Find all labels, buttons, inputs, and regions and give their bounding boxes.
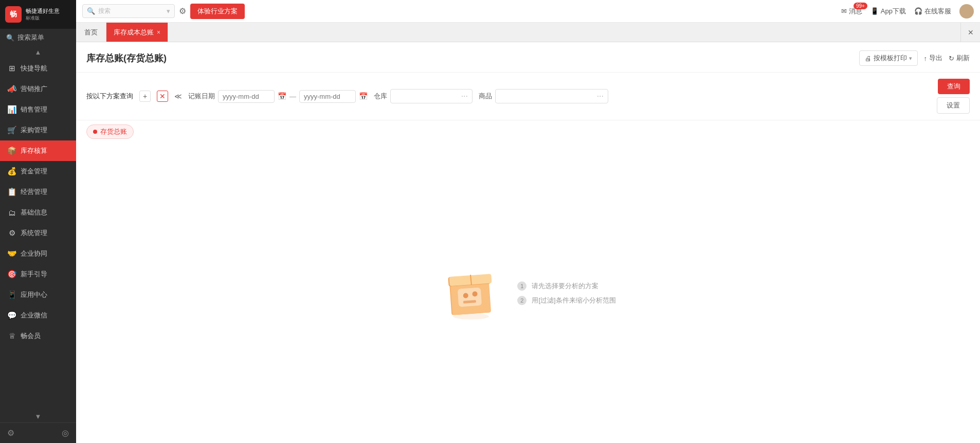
sidebar-item-wechat[interactable]: 💬 企业微信 xyxy=(0,305,76,326)
finance-icon: 💰 xyxy=(7,167,16,176)
goods-select[interactable]: ··· xyxy=(495,89,608,103)
date-end-calendar-icon[interactable]: 📅 xyxy=(359,92,368,100)
sidebar-item-finance[interactable]: 💰 资金管理 xyxy=(0,161,76,182)
member-icon: ♕ xyxy=(7,331,16,341)
sidebar-item-operation[interactable]: 📋 经营管理 xyxy=(0,182,76,202)
print-dropdown-icon: ▾ xyxy=(909,55,912,62)
export-label: 导出 xyxy=(929,54,942,63)
sidebar-item-marketing[interactable]: 📣 营销推广 xyxy=(0,79,76,99)
operation-icon: 📋 xyxy=(7,187,16,197)
marketing-icon: 📣 xyxy=(7,84,16,94)
date-start-calendar-icon[interactable]: 📅 xyxy=(278,92,286,100)
sidebar-item-enterprise[interactable]: 🤝 企业协同 xyxy=(0,243,76,264)
box-wrapper xyxy=(440,262,502,324)
scheme-tag[interactable]: 存货总账 xyxy=(86,125,134,139)
tab-inventory-ledger[interactable]: 库存成本总账 × xyxy=(106,23,168,42)
topbar-search-box[interactable]: 🔍 搜索 ▾ xyxy=(82,4,175,18)
system-icon: ⚙ xyxy=(7,228,16,238)
refresh-btn[interactable]: ↻ 刷新 xyxy=(949,54,970,63)
hint-2-text: 用[过滤]条件来缩小分析范围 xyxy=(532,296,615,305)
sidebar-item-member[interactable]: ♕ 畅会员 xyxy=(0,326,76,346)
newbie-icon: 🎯 xyxy=(7,270,16,279)
empty-hints: 1 请先选择要分析的方案 2 用[过滤]条件来缩小分析范围 xyxy=(517,281,615,305)
print-btn[interactable]: 🖨 按模板打印 ▾ xyxy=(859,50,918,66)
sidebar-item-newbie[interactable]: 🎯 新手引导 xyxy=(0,264,76,285)
topbar: 🔍 搜索 ▾ ⚙ 体验行业方案 ✉ 消息 99+ 📱 App下载 🎧 在线客服 xyxy=(76,0,980,23)
sidebar-item-basic-info[interactable]: 🗂 基础信息 xyxy=(0,202,76,223)
refresh-label: 刷新 xyxy=(956,54,970,63)
settings-icon[interactable]: ⚙ xyxy=(7,428,14,438)
wechat-label: 企业微信 xyxy=(21,311,47,320)
filter-add-btn[interactable]: + xyxy=(139,91,151,102)
scroll-up-btn[interactable]: ▲ xyxy=(0,46,76,58)
online-service-btn[interactable]: 🎧 在线客服 xyxy=(914,7,951,16)
user-avatar[interactable] xyxy=(959,4,974,19)
hint-1: 1 请先选择要分析的方案 xyxy=(517,281,615,291)
sidebar-item-app-center[interactable]: 📱 应用中心 xyxy=(0,285,76,305)
refresh-icon: ↻ xyxy=(949,55,954,62)
goods-field: 商品 ··· xyxy=(479,89,608,103)
scheme-dot xyxy=(93,130,97,134)
goods-more-icon[interactable]: ··· xyxy=(597,92,604,101)
app-badge: 标准版 xyxy=(26,15,60,22)
export-btn[interactable]: ↑ 导出 xyxy=(924,54,943,63)
sidebar-item-inventory[interactable]: 📦 库存核算 xyxy=(0,140,76,161)
quick-nav-label: 快捷导航 xyxy=(21,64,47,73)
purchase-icon: 🛒 xyxy=(7,126,16,135)
action-btns: 查询 设置 xyxy=(937,79,970,114)
tabbar: 首页 库存成本总账 × ✕ xyxy=(76,23,980,42)
message-btn[interactable]: ✉ 消息 99+ xyxy=(841,7,862,16)
tab-close-all-btn[interactable]: ✕ xyxy=(960,23,980,42)
print-label: 按模板打印 xyxy=(874,54,907,63)
wechat-icon: 💬 xyxy=(7,311,16,320)
newbie-label: 新手引导 xyxy=(21,270,47,279)
app-download-btn[interactable]: 📱 App下载 xyxy=(870,7,906,16)
filter-del-btn[interactable]: ✕ xyxy=(157,91,168,102)
scroll-down-btn[interactable]: ▼ xyxy=(0,411,76,422)
date-separator: — xyxy=(289,93,296,100)
topbar-search-icon: 🔍 xyxy=(87,7,95,15)
sidebar-item-system[interactable]: ⚙ 系统管理 xyxy=(0,223,76,243)
warehouse-field: 仓库 ··· xyxy=(374,89,473,103)
hint-2: 2 用[过滤]条件来缩小分析范围 xyxy=(517,296,615,305)
enterprise-label: 企业协同 xyxy=(21,249,47,258)
topbar-gear-icon[interactable]: ⚙ xyxy=(179,6,186,16)
settings-btn[interactable]: 设置 xyxy=(937,97,970,114)
warehouse-select[interactable]: ··· xyxy=(390,89,473,103)
filter-collapse-btn[interactable]: ≪ xyxy=(174,92,182,100)
active-tab-label: 库存成本总账 xyxy=(114,28,154,37)
date-end-input[interactable] xyxy=(299,90,356,103)
topbar-dropdown-icon: ▾ xyxy=(167,7,170,15)
industry-btn[interactable]: 体验行业方案 xyxy=(190,4,245,19)
svg-rect-6 xyxy=(458,287,482,307)
logo-text-block: 畅捷通好生意 标准版 xyxy=(26,7,60,21)
logo-area: 畅 畅捷通好生意 标准版 xyxy=(0,0,76,29)
tab-home[interactable]: 首页 xyxy=(76,23,106,42)
message-icon: ✉ xyxy=(841,7,847,15)
date-field-label: 记账日期 xyxy=(188,92,215,101)
quick-nav-icon: ⊞ xyxy=(7,64,16,73)
query-btn[interactable]: 查询 xyxy=(938,79,970,94)
warehouse-more-icon[interactable]: ··· xyxy=(461,92,468,101)
tab-close-icon[interactable]: × xyxy=(157,29,160,36)
inventory-label: 库存核算 xyxy=(21,146,47,155)
search-menu[interactable]: 🔍 搜索菜单 xyxy=(0,29,76,46)
app-label: App下载 xyxy=(881,7,906,16)
app-icon: 📱 xyxy=(870,7,879,15)
date-start-input[interactable] xyxy=(218,90,275,103)
basic-info-label: 基础信息 xyxy=(21,208,47,217)
sidebar-item-sales[interactable]: 📊 销售管理 xyxy=(0,99,76,120)
service-icon: 🎧 xyxy=(914,7,922,15)
member-label: 畅会员 xyxy=(21,331,41,341)
audio-icon[interactable]: ◎ xyxy=(62,428,69,438)
goods-field-label: 商品 xyxy=(479,92,492,101)
sidebar-item-purchase[interactable]: 🛒 采购管理 xyxy=(0,120,76,140)
purchase-label: 采购管理 xyxy=(21,126,47,135)
page-title: 库存总账(存货总账) xyxy=(86,52,167,64)
inventory-icon: 📦 xyxy=(7,146,16,155)
hint-1-num: 1 xyxy=(517,281,527,291)
sales-label: 销售管理 xyxy=(21,105,47,114)
content-area: 库存总账(存货总账) 🖨 按模板打印 ▾ ↑ 导出 ↻ 刷新 按以下方案查询 xyxy=(76,42,980,443)
empty-state: 1 请先选择要分析的方案 2 用[过滤]条件来缩小分析范围 xyxy=(76,143,980,443)
sidebar-item-quick-nav[interactable]: ⊞ 快捷导航 xyxy=(0,58,76,79)
